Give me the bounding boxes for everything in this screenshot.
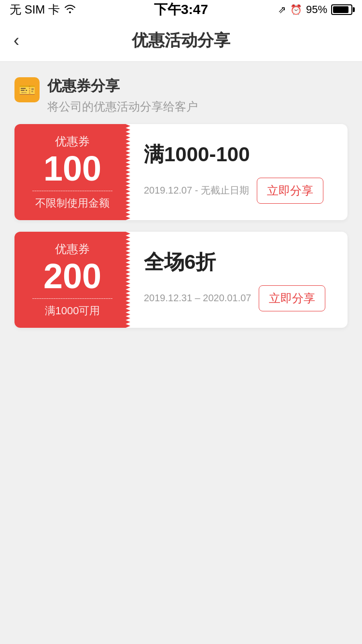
coupon-list: 优惠券 100 不限制使用金额 满1000-100 2019.12.07 - 无… [0,124,362,339]
coupon-card-1: 优惠券 100 不限制使用金额 满1000-100 2019.12.07 - 无… [14,124,348,220]
wifi-icon [64,3,76,16]
coupon-right-1: 满1000-100 2019.12.07 - 无截止日期 立即分享 [130,124,348,220]
coupon-label-2: 优惠券 [55,241,90,257]
battery-text: 95% [306,3,327,16]
coupon-amount-1: 100 [43,151,101,186]
coupon-meta-2: 2019.12.31 – 2020.01.07 立即分享 [144,285,334,311]
back-button[interactable]: ‹ [14,30,19,51]
coupon-condition-1: 不限制使用金额 [35,196,110,210]
bottom-area [0,339,362,581]
location-icon: ⇗ [278,4,286,15]
battery-icon [331,4,352,15]
coupon-title-1: 满1000-100 [144,141,334,168]
coupon-meta-1: 2019.12.07 - 无截止日期 立即分享 [144,178,334,204]
section-header: 🎫 优惠券分享 将公司的优惠活动分享给客户 [0,62,362,124]
coupon-label-1: 优惠券 [55,134,90,149]
coupon-right-2: 全场6折 2019.12.31 – 2020.01.07 立即分享 [130,232,348,328]
nav-bar: ‹ 优惠活动分享 [0,19,362,62]
status-time: 下午3:47 [154,0,208,19]
coupon-left-1: 优惠券 100 不限制使用金额 [14,124,130,220]
coupon-amount-2: 200 [43,259,101,294]
section-subtitle: 将公司的优惠活动分享给客户 [47,99,198,114]
status-left: 无 SIM 卡 [10,2,76,17]
share-button-2[interactable]: 立即分享 [259,285,325,311]
coupon-date-2: 2019.12.31 – 2020.01.07 [144,293,251,304]
section-title: 优惠券分享 [47,76,198,96]
coupon-condition-2: 满1000可用 [45,304,100,318]
alarm-icon: ⏰ [290,4,302,15]
section-icon: 🎫 [14,77,40,102]
coupon-date-1: 2019.12.07 - 无截止日期 [144,184,249,197]
page-title: 优惠活动分享 [132,29,230,52]
status-bar: 无 SIM 卡 下午3:47 ⇗ ⏰ 95% [0,0,362,19]
coupon-divider-1 [32,191,112,191]
coupon-divider-2 [32,298,112,299]
coupon-card-2: 优惠券 200 满1000可用 全场6折 2019.12.31 – 2020.0… [14,232,348,328]
status-right: ⇗ ⏰ 95% [278,3,352,16]
carrier-text: 无 SIM 卡 [10,2,60,17]
section-text: 优惠券分享 将公司的优惠活动分享给客户 [47,76,198,114]
coupon-title-2: 全场6折 [144,249,334,276]
share-button-1[interactable]: 立即分享 [257,178,323,204]
coupon-left-2: 优惠券 200 满1000可用 [14,232,130,328]
